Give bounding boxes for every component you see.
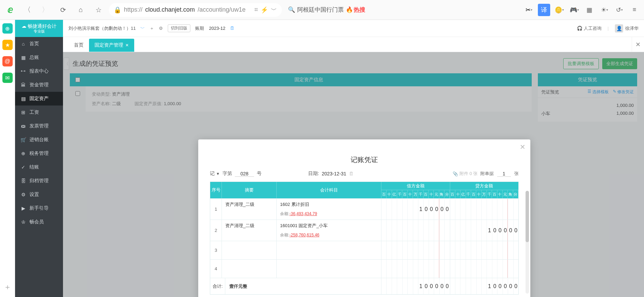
subject-cell[interactable] [277,241,381,259]
app-logo[interactable]: ☁畅捷通好会计 专业版 [15,20,63,37]
game-icon[interactable]: 🎮▾ [568,4,580,16]
headset-icon: 🎧 [577,26,582,31]
subject-cell[interactable]: 1601001 固定资产_小车余额:-258,760,615.46 [277,220,381,241]
voucher-type-select[interactable]: 记 ▼ [210,171,220,177]
voucher-total-row: 合计: 壹仟元整 100000 100000 [210,278,518,294]
nav-item-报表中心[interactable]: ⭤报表中心 [15,64,63,78]
dataset-add-icon[interactable]: ＋ [150,25,154,32]
url-protocol: https:// [124,6,142,13]
slip-count-input[interactable] [497,171,511,177]
bookmark-button[interactable]: ☆ [91,2,106,17]
tabs-close-all[interactable]: ✕ [632,37,644,52]
nav-label: 新手引导 [29,205,49,211]
summary-cell[interactable] [222,241,277,259]
dataset-settings-icon[interactable]: ⚙ [159,26,163,31]
modal-title: 记账凭证 [198,139,530,171]
theme-icon[interactable]: ☀▾ [598,4,610,16]
nav-label: 报表中心 [29,68,49,74]
nav-item-首页[interactable]: ⌂首页 [15,37,63,51]
os-tile-4[interactable]: ✉ [2,73,13,83]
home-button[interactable]: ⌂ [73,2,88,17]
tab-close-icon[interactable]: ✕ [125,43,129,48]
back-button[interactable]: 〈 [20,2,35,17]
voucher-row[interactable]: 2资产清理_二级1601001 固定资产_小车余额:-258,760,615.4… [210,220,518,241]
calendar-icon[interactable]: 🗓 [349,171,354,176]
credit-cell[interactable] [450,241,519,259]
user-avatar[interactable]: 👤 [615,24,623,33]
nav-item-设置[interactable]: ⚙设置 [15,188,63,201]
nav-label: 畅会员 [29,219,44,225]
tab-fixed-assets[interactable]: 固定资产管理 ✕ [89,39,134,52]
credit-cell[interactable] [450,199,519,220]
qr-icon[interactable]: ⌗ [254,6,258,13]
nav-item-税务管理[interactable]: ⊕税务管理 [15,147,63,160]
history-icon[interactable]: ↺▾ [613,4,626,16]
period-label: 账期 [195,25,204,32]
dataset-name[interactable]: 刘小艳演示账套（勿删勿动！）11 [68,25,136,32]
nav-item-总账[interactable]: ▦总账 [15,51,63,64]
scrollbar-thumb[interactable] [526,191,529,242]
wallet-icon[interactable]: 🪙▾ [553,4,565,16]
url-path: /accounting/uw1e [198,6,245,13]
nav-item-固定资产[interactable]: ▤固定资产 [15,92,63,106]
forward-button[interactable]: 〉 [38,2,53,17]
nav-item-发票管理[interactable]: 🎟发票管理 [15,119,63,133]
calendar-icon[interactable]: 🗓 [230,26,235,31]
nav-label: 设置 [29,191,39,198]
nav-item-资金管理[interactable]: 🏛资金管理 [15,78,63,92]
nav-icon: 🎟 [21,123,26,129]
credit-cell[interactable]: 100000 [450,220,519,241]
flash-icon[interactable]: ⚡ [261,6,268,14]
os-tile-1[interactable]: ⊕ [2,23,13,34]
translate-icon[interactable]: 译 [538,4,550,16]
nav-item-归档管理[interactable]: 🗄归档管理 [15,174,63,188]
hot-search-badge[interactable]: 🔥热搜 [346,6,365,14]
os-tile-2[interactable]: ★ [2,40,13,50]
search-box[interactable]: 🔍 阿根廷中国行门票 🔥热搜 [285,6,369,14]
attachment-link[interactable]: 📎附件 0 张 [453,171,478,177]
debit-cell[interactable] [381,220,450,241]
summary-cell[interactable] [222,260,277,278]
summary-cell[interactable]: 资产清理_二级 [222,220,277,241]
voucher-row[interactable]: 3 [210,241,518,259]
credit-cell[interactable] [450,260,519,278]
modal-scrollbar[interactable] [526,191,529,294]
scissors-icon[interactable]: ✂▾ [523,4,535,16]
voucher-table: 序号 摘要 会计科目 借方金额 百十亿千百十万千百十元角分 贷方金额 百十亿千百… [210,182,519,295]
consult-link[interactable]: 🎧人工咨询 [577,25,602,32]
tab-home[interactable]: 首页 [68,39,89,52]
debit-cell[interactable] [381,260,450,278]
nav-item-结账[interactable]: ✓结账 [15,160,63,174]
voucher-date[interactable]: 2023-12-31 [322,171,346,176]
os-tile-3[interactable]: @ [2,56,13,66]
nav-item-工资[interactable]: ⊞工资 [15,106,63,119]
debit-cell[interactable]: 100000 [381,199,450,220]
os-add-button[interactable]: ＋ [4,282,11,297]
debit-cell[interactable] [381,241,450,259]
summary-cell[interactable]: 资产清理_二级 [222,199,277,220]
credit-header: 贷方金额 百十亿千百十万千百十元角分 [450,182,519,198]
app-sidebar: ☁畅捷通好会计 专业版 ⌂首页▦总账⭤报表中心🏛资金管理▤固定资产⊞工资🎟发票管… [15,20,63,297]
menu-icon[interactable]: ≡ [628,4,641,16]
voucher-number-input[interactable] [235,171,254,177]
voucher-row[interactable]: 1资产清理_二级1602 累计折旧余额:-36,493,434.79100000 [210,198,518,220]
app-header: 刘小艳演示账套（勿删勿动！）11 ﹀ ＋ ⚙ 切到旧版 账期 2023-12 🗓… [63,20,644,37]
tab-active-label: 固定资产管理 [94,42,123,48]
apps-icon[interactable]: ▦ [583,4,595,16]
nav-item-畅会员[interactable]: ♔畅会员 [15,215,63,229]
url-bar[interactable]: 🔒 https://cloud.chanjet.com/accounting/u… [109,3,282,17]
dataset-dropdown-icon[interactable]: ﹀ [140,25,145,32]
subject-cell[interactable] [277,260,381,278]
nav-item-进销台账[interactable]: 🛒进销台账 [15,133,63,147]
nav-item-新手引导[interactable]: ▶新手引导 [15,201,63,215]
voucher-row[interactable]: 4 [210,259,518,278]
reload-button[interactable]: ⟳ [55,2,71,17]
nav-icon: 🛒 [21,137,26,143]
modal-close-button[interactable]: ✕ [520,143,526,151]
nav-label: 资金管理 [29,82,49,88]
url-dropdown-icon[interactable]: ﹀ [271,6,277,14]
subject-cell[interactable]: 1602 累计折旧余额:-36,493,434.79 [277,199,381,220]
period-value[interactable]: 2023-12 [209,26,225,31]
user-name[interactable]: 徐泽华 [625,25,639,32]
switch-old-button[interactable]: 切到旧版 [168,24,190,32]
